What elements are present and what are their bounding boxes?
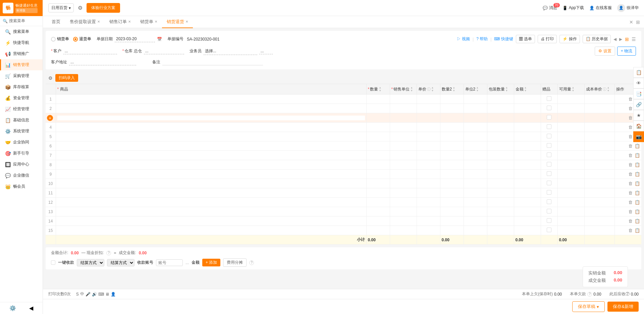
pkg-cell-8[interactable] (487, 160, 514, 170)
price-cell-1[interactable] (417, 95, 440, 104)
notification-btn[interactable]: 💬 消息 70 (543, 5, 557, 11)
help-link[interactable]: ? 帮助 (476, 36, 488, 42)
qty2-cell-8[interactable] (440, 160, 464, 170)
cost-cell-13[interactable] (584, 207, 614, 216)
pkg-cell-5[interactable] (487, 132, 514, 141)
unit-cell-6[interactable] (390, 141, 417, 151)
warehouse-input[interactable]: ... (144, 48, 184, 54)
gift-cell-3[interactable] (541, 113, 557, 123)
delete-icon-11[interactable]: 🗑 (628, 190, 633, 195)
gift-checkbox-4[interactable] (547, 124, 551, 129)
tab-sales-return[interactable]: 销货退货✕ (162, 16, 193, 28)
sidebar-item-member[interactable]: 👑 畅会员 (0, 181, 43, 192)
sidebar-item-inventory[interactable]: 📦 库存核算 (0, 81, 43, 92)
delete-icon-10[interactable]: 🗑 (628, 181, 633, 186)
salesperson-extra[interactable]: ... (259, 48, 273, 54)
unit-cell-8[interactable] (390, 160, 417, 170)
unit2-cell-15[interactable] (464, 226, 487, 235)
qty-cell-4[interactable] (366, 123, 390, 132)
cost-cell-1[interactable] (584, 95, 614, 104)
qty2-cell-2[interactable] (440, 104, 464, 113)
delete-icon-14[interactable]: 🗑 (628, 218, 633, 224)
one-click-checkbox[interactable] (51, 260, 55, 265)
settlement-select[interactable]: 结算方式 (77, 259, 104, 266)
delete-icon-12[interactable]: 🗑 (628, 200, 633, 205)
delete-icon-2[interactable]: 🗑 (628, 106, 633, 111)
debt-help-icon[interactable]: ? (587, 292, 592, 297)
sidebar-item-operations[interactable]: 📈 经营管理 (0, 104, 43, 115)
select-btn[interactable]: ☰ 选单 (516, 35, 535, 43)
sidebar-item-basic[interactable]: 📋 基础信息 (0, 115, 43, 126)
unit-cell-9[interactable] (390, 170, 417, 179)
gift-cell-1[interactable] (541, 95, 557, 104)
right-icon-5[interactable]: ★ (633, 110, 644, 121)
settings-gear-icon[interactable]: ⚙ (78, 5, 83, 11)
account-input[interactable] (156, 259, 183, 266)
product-cell-6[interactable] (56, 141, 366, 151)
qty-cell-6[interactable] (366, 141, 390, 151)
sidebar-item-marketing[interactable]: 📢 营销推广 (0, 48, 43, 59)
amount-cell-14[interactable] (514, 216, 541, 226)
tab-home[interactable]: 首页 (47, 16, 65, 28)
video-link[interactable]: ▷ 视频 (457, 36, 470, 42)
unit-cell-14[interactable] (390, 216, 417, 226)
unit2-cell-7[interactable] (464, 151, 487, 160)
sidebar-item-sales[interactable]: 📊 销售管理 (0, 59, 43, 70)
shortcut-link[interactable]: ⌨ 快捷键 (494, 36, 513, 42)
cost-cell-14[interactable] (584, 216, 614, 226)
product-cell-8[interactable] (56, 160, 366, 170)
gift-checkbox-6[interactable] (547, 143, 551, 148)
amount-cell-15[interactable] (514, 226, 541, 235)
add-row-btn[interactable]: + (47, 115, 53, 121)
avail-cell-12[interactable] (557, 198, 584, 207)
unit-cell-1[interactable] (390, 95, 417, 104)
sidebar-item-system[interactable]: ⚙️ 系统管理 (0, 126, 43, 137)
qty-cell-14[interactable] (366, 216, 390, 226)
price-cell-12[interactable] (417, 198, 440, 207)
amount-cell-10[interactable] (514, 179, 541, 188)
pkg-cell-6[interactable] (487, 141, 514, 151)
tab-price-setting[interactable]: 售价提取设置✕ (65, 16, 105, 28)
discount-help-icon[interactable]: ? (106, 251, 111, 255)
price-cell-14[interactable] (417, 216, 440, 226)
price-cell-2[interactable] (417, 104, 440, 113)
product-cell-9[interactable] (56, 170, 366, 179)
sidebar-item-guide[interactable]: 🎯 新手引导 (0, 148, 43, 159)
product-cell-12[interactable] (56, 198, 366, 207)
pkg-cell-13[interactable] (487, 207, 514, 216)
product-cell-10[interactable] (56, 179, 366, 188)
qty-cell-5[interactable] (366, 132, 390, 141)
right-icon-3[interactable]: 📑 (633, 88, 644, 99)
save-new-btn[interactable]: 保存&新增 (607, 302, 639, 312)
sidebar-item-purchase[interactable]: 🛒 采购管理 (0, 70, 43, 81)
cost-cell-11[interactable] (584, 188, 614, 198)
avail-cell-4[interactable] (557, 123, 584, 132)
cost-cell-10[interactable] (584, 179, 614, 188)
nav-prev-btn[interactable]: ◀ (613, 37, 616, 42)
qty2-cell-7[interactable] (440, 151, 464, 160)
avail-cell-11[interactable] (557, 188, 584, 198)
qty2-cell-1[interactable] (440, 95, 464, 104)
qty2-cell-5[interactable] (440, 132, 464, 141)
unit2-cell-2[interactable] (464, 104, 487, 113)
cost-cell-5[interactable] (584, 132, 614, 141)
price-cell-11[interactable] (417, 188, 440, 198)
amount-cell-4[interactable] (514, 123, 541, 132)
tab-sales-order[interactable]: 销售订单✕ (105, 16, 136, 28)
logistics-button[interactable]: + 物流 (617, 47, 636, 56)
gift-checkbox-10[interactable] (547, 181, 551, 185)
unit2-cell-6[interactable] (464, 141, 487, 151)
unit2-cell-14[interactable] (464, 216, 487, 226)
customer-input[interactable]: ... (63, 48, 117, 54)
delete-icon-4[interactable]: 🗑 (628, 125, 633, 130)
amount-cell-7[interactable] (514, 151, 541, 160)
amount-cell-3[interactable] (514, 113, 541, 123)
qty-cell-7[interactable] (366, 151, 390, 160)
unit2-cell-9[interactable] (464, 170, 487, 179)
copy-icon-12[interactable]: 📋 (635, 200, 640, 205)
view-list-icon[interactable]: ☰ (632, 37, 636, 42)
product-cell-15[interactable] (56, 226, 366, 235)
qty2-cell-13[interactable] (440, 207, 464, 216)
copy-icon-9[interactable]: 📋 (635, 172, 640, 177)
qty-cell-11[interactable] (366, 188, 390, 198)
